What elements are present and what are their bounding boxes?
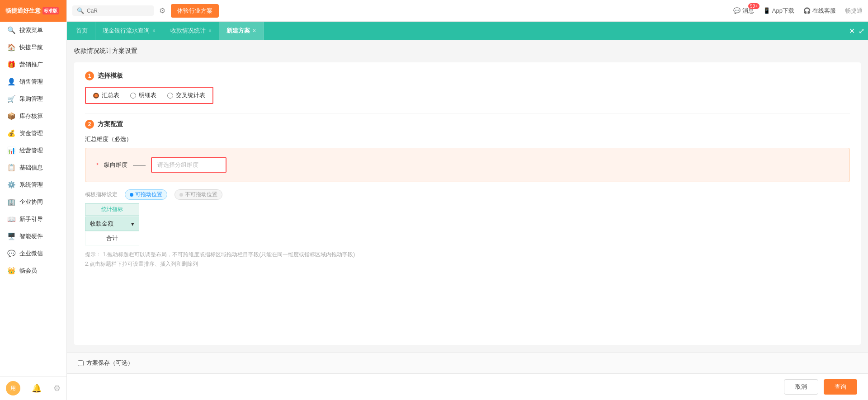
sidebar-item-sales[interactable]: 👤 销售管理 bbox=[0, 73, 66, 90]
tab-new-plan[interactable]: 新建方案× bbox=[219, 22, 264, 40]
sidebar-item-inventory[interactable]: 📦 库存核算 bbox=[0, 108, 66, 125]
sidebar-logo: 畅捷通好生意 标准版 bbox=[0, 0, 66, 22]
sidebar-label-inventory: 库存核算 bbox=[19, 112, 43, 120]
search-icon: 🔍 bbox=[77, 7, 84, 14]
sidebar-item-quick-nav[interactable]: 🏠 快捷导航 bbox=[0, 39, 66, 56]
section1-header: 1 选择模板 bbox=[85, 71, 850, 80]
metric-row-total: 合计 bbox=[85, 231, 139, 245]
industry-btn[interactable]: 体验行业方案 bbox=[171, 4, 219, 18]
template-options: 汇总表 明细表 交叉统计表 bbox=[85, 87, 213, 104]
footer-icon1[interactable]: 🔔 bbox=[32, 383, 42, 393]
sidebar-label-hardware: 智能硬件 bbox=[19, 232, 43, 240]
sidebar-icon-inventory: 📦 bbox=[7, 112, 16, 120]
sidebar-label-guide: 新手引导 bbox=[19, 215, 43, 223]
tip1: 提示： 1.拖动标题栏可以调整布局，不可跨维度或指标区域拖动栏目字段(只能在同一… bbox=[85, 251, 850, 259]
sidebar-item-hardware[interactable]: 🖥️ 智能硬件 bbox=[0, 228, 66, 245]
sidebar-item-enterprise[interactable]: 🏢 企业协同 bbox=[0, 193, 66, 211]
sidebar: 畅捷通好生意 标准版 🔍 搜索菜单 🏠 快捷导航 🎁 营销推广 👤 销售管理 🛒… bbox=[0, 0, 67, 400]
online-service[interactable]: 🎧 在线客服 bbox=[803, 7, 836, 15]
query-button[interactable]: 查询 bbox=[824, 379, 857, 395]
tab-cash-bank[interactable]: 现金银行流水查询× bbox=[95, 22, 163, 40]
radio-detail[interactable]: 明细表 bbox=[130, 91, 156, 99]
radio-summary-input[interactable] bbox=[93, 93, 99, 99]
footer-buttons: 取消 查询 bbox=[67, 373, 868, 400]
sidebar-icon-purchase: 🛒 bbox=[7, 95, 16, 103]
message-badge: 99+ bbox=[748, 3, 760, 9]
service-icon: 🎧 bbox=[803, 7, 811, 14]
tip2: 2.点击标题栏下拉可设置排序、插入列和删除列 bbox=[85, 260, 850, 268]
sidebar-item-operations[interactable]: 📊 经营管理 bbox=[0, 142, 66, 159]
sidebar-item-basic-info[interactable]: 📋 基础信息 bbox=[0, 159, 66, 176]
dim-row: * 纵向维度 —— 请选择分组维度 bbox=[96, 157, 839, 173]
close-window-icon[interactable]: ✕ bbox=[849, 27, 855, 35]
section1-number: 1 bbox=[85, 71, 94, 80]
dimension-box: * 纵向维度 —— 请选择分组维度 bbox=[85, 148, 850, 182]
radio-cross[interactable]: 交叉统计表 bbox=[167, 91, 205, 99]
app-download[interactable]: 📱 App下载 bbox=[763, 7, 794, 15]
section2-title: 方案配置 bbox=[98, 120, 123, 128]
page-content: 收款情况统计方案设置 1 选择模板 汇总表 明细表 bbox=[67, 40, 868, 352]
sidebar-item-finance[interactable]: 💰 资金管理 bbox=[0, 125, 66, 142]
sidebar-item-wechat[interactable]: 💬 企业微信 bbox=[0, 245, 66, 262]
sidebar-label-quick-nav: 快捷导航 bbox=[19, 43, 43, 52]
radio-summary[interactable]: 汇总表 bbox=[93, 91, 119, 99]
sidebar-item-purchase[interactable]: 🛒 采购管理 bbox=[0, 90, 66, 108]
sidebar-item-guide[interactable]: 📖 新手引导 bbox=[0, 211, 66, 228]
main-area: 🔍 ⚙ 体验行业方案 💬 消息 99+ 📱 App下载 🎧 在线客服 畅捷通 首… bbox=[67, 0, 868, 400]
cancel-button[interactable]: 取消 bbox=[784, 379, 818, 395]
avatar: 用 bbox=[6, 381, 20, 395]
sidebar-label-search-menu: 搜索菜单 bbox=[19, 26, 43, 34]
topbar: 🔍 ⚙ 体验行业方案 💬 消息 99+ 📱 App下载 🎧 在线客服 畅捷通 bbox=[67, 0, 868, 22]
unmovable-dot bbox=[179, 193, 183, 197]
tab-close-cash-bank[interactable]: × bbox=[152, 28, 156, 34]
dim-group-label: 汇总维度（必选） bbox=[85, 135, 850, 143]
sidebar-item-system[interactable]: ⚙️ 系统管理 bbox=[0, 176, 66, 193]
sidebar-label-wechat: 企业微信 bbox=[19, 249, 43, 258]
main-card: 1 选择模板 汇总表 明细表 交叉统计表 bbox=[74, 62, 861, 345]
config-section: 2 方案配置 汇总维度（必选） * 纵向维度 —— 请选择分组 bbox=[85, 120, 850, 268]
radio-cross-input[interactable] bbox=[167, 93, 173, 99]
sidebar-icon-system: ⚙️ bbox=[7, 181, 16, 189]
tab-collection-stats[interactable]: 收款情况统计× bbox=[163, 22, 219, 40]
topbar-right: 💬 消息 99+ 📱 App下载 🎧 在线客服 畅捷通 bbox=[733, 7, 863, 15]
sidebar-item-marketing[interactable]: 🎁 营销推广 bbox=[0, 56, 66, 73]
sidebar-item-search-menu[interactable]: 🔍 搜索菜单 bbox=[0, 22, 66, 39]
app-icon: 📱 bbox=[763, 7, 770, 14]
sidebar-icon-sales: 👤 bbox=[7, 78, 16, 86]
tab-label-collection-stats: 收款情况统计 bbox=[170, 27, 206, 35]
tab-home[interactable]: 首页 bbox=[71, 22, 95, 40]
sidebar-label-marketing: 营销推广 bbox=[19, 61, 43, 69]
sidebar-label-basic-info: 基础信息 bbox=[19, 164, 43, 172]
username: 畅捷通 bbox=[845, 7, 863, 15]
sidebar-label-operations: 经营管理 bbox=[19, 146, 43, 155]
save-checkbox-label[interactable]: 方案保存（可选） bbox=[78, 359, 133, 367]
sidebar-icon-enterprise: 🏢 bbox=[7, 198, 16, 206]
sidebar-icon-finance: 💰 bbox=[7, 129, 16, 137]
save-checkbox[interactable] bbox=[78, 360, 84, 366]
page-title: 收款情况统计方案设置 bbox=[74, 47, 861, 55]
sidebar-icon-marketing: 🎁 bbox=[7, 61, 16, 69]
metrics-grid: 统计指标 收款金额 ▾ 合计 bbox=[85, 203, 139, 245]
footer-icon2[interactable]: ⚙ bbox=[53, 383, 61, 393]
tab-label-home: 首页 bbox=[76, 27, 88, 35]
maximize-icon[interactable]: ⤢ bbox=[859, 27, 864, 35]
sidebar-label-system: 系统管理 bbox=[19, 181, 43, 189]
sidebar-label-enterprise: 企业协同 bbox=[19, 198, 43, 206]
search-input[interactable] bbox=[87, 8, 141, 14]
settings-icon[interactable]: ⚙ bbox=[159, 6, 165, 15]
radio-cross-label: 交叉统计表 bbox=[176, 91, 205, 99]
dim-group: 汇总维度（必选） * 纵向维度 —— 请选择分组维度 bbox=[85, 135, 850, 182]
message-btn[interactable]: 💬 消息 99+ bbox=[733, 7, 754, 15]
dim-required-mark: * bbox=[96, 162, 99, 169]
sidebar-icon-wechat: 💬 bbox=[7, 249, 16, 258]
edition-badge: 标准版 bbox=[42, 7, 59, 14]
sidebar-icon-guide: 📖 bbox=[7, 215, 16, 223]
radio-detail-input[interactable] bbox=[130, 93, 136, 99]
sidebar-icon-basic-info: 📋 bbox=[7, 164, 16, 172]
dim-selector[interactable]: 请选择分组维度 bbox=[151, 157, 226, 173]
tab-close-new-plan[interactable]: × bbox=[253, 28, 256, 34]
sidebar-item-member[interactable]: 👑 畅会员 bbox=[0, 262, 66, 279]
metrics-area: 模板指标设定 可拖动位置 不可拖动位置 统计指标 收款金额 bbox=[85, 189, 850, 245]
metric-header[interactable]: 收款金额 ▾ bbox=[85, 216, 139, 231]
tab-close-collection-stats[interactable]: × bbox=[208, 28, 212, 34]
